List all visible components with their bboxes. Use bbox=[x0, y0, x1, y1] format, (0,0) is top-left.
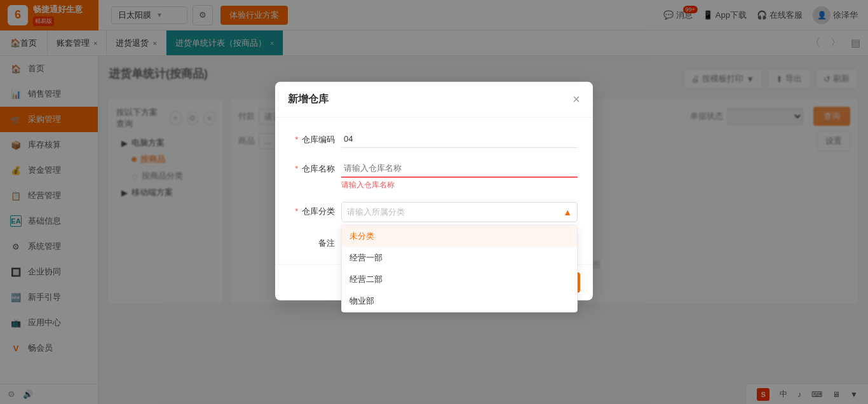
code-control bbox=[341, 130, 578, 148]
code-required-star: * bbox=[295, 135, 298, 144]
name-input[interactable] bbox=[341, 159, 578, 178]
dropdown-item-1[interactable]: 经营一部 bbox=[342, 247, 577, 269]
category-up-arrow-icon: ▲ bbox=[563, 207, 572, 217]
code-label-wrapper: * 仓库编码 bbox=[290, 130, 341, 145]
modal-title: 新增仓库 bbox=[288, 93, 329, 106]
modal-close-icon[interactable]: × bbox=[573, 92, 580, 107]
name-error-msg: 请输入仓库名称 bbox=[341, 180, 578, 191]
dropdown-item-0-label: 未分类 bbox=[349, 231, 374, 241]
code-field-row: * 仓库编码 bbox=[290, 130, 578, 148]
dropdown-item-2-label: 经营二部 bbox=[349, 274, 383, 284]
category-dropdown-list: 未分类 经营一部 经营二部 物业部 bbox=[341, 225, 578, 313]
dropdown-item-2[interactable]: 经营二部 bbox=[342, 269, 577, 290]
remark-label: 备注 bbox=[318, 238, 335, 248]
remark-label-wrapper: 备注 bbox=[290, 234, 341, 249]
name-field-row: * 仓库名称 请输入仓库名称 bbox=[290, 159, 578, 191]
dropdown-item-1-label: 经营一部 bbox=[349, 253, 383, 262]
category-placeholder: 请输入所属分类 bbox=[347, 206, 405, 218]
modal-body: * 仓库编码 * 仓库名称 请输入仓库名称 * 仓库分类 bbox=[275, 118, 593, 264]
dropdown-item-3-label: 物业部 bbox=[349, 296, 374, 306]
code-label: 仓库编码 bbox=[302, 135, 335, 144]
name-label-wrapper: * 仓库名称 bbox=[290, 159, 341, 175]
category-control: 请输入所属分类 ▲ 未分类 经营一部 经营二部 物业部 bbox=[341, 202, 578, 222]
name-control: 请输入仓库名称 bbox=[341, 159, 578, 191]
category-field-row: * 仓库分类 请输入所属分类 ▲ 未分类 经营一部 经营二部 bbox=[290, 202, 578, 222]
name-required-star: * bbox=[295, 164, 298, 173]
category-label: 仓库分类 bbox=[302, 206, 335, 216]
category-label-wrapper: * 仓库分类 bbox=[290, 202, 341, 217]
add-warehouse-modal: 新增仓库 × * 仓库编码 * 仓库名称 请输入仓库名称 bbox=[275, 82, 593, 300]
modal-header: 新增仓库 × bbox=[275, 82, 593, 118]
dropdown-item-3[interactable]: 物业部 bbox=[342, 290, 577, 312]
category-required-star: * bbox=[295, 206, 298, 216]
dropdown-item-0[interactable]: 未分类 bbox=[342, 226, 577, 247]
code-input[interactable] bbox=[341, 130, 578, 148]
name-label: 仓库名称 bbox=[302, 164, 335, 173]
category-dropdown-trigger[interactable]: 请输入所属分类 ▲ bbox=[341, 202, 578, 222]
